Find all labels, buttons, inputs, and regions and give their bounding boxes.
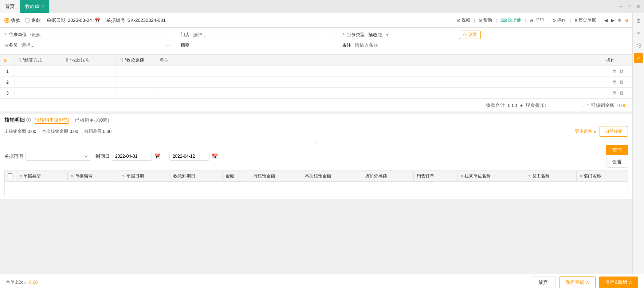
pending-tab[interactable]: 待核销单据(0笔) [35, 117, 69, 124]
business-type-arrow-icon[interactable]: ▾ [386, 32, 389, 38]
due-date-from-input[interactable] [112, 152, 152, 161]
table-icon[interactable]: ⊞ [634, 16, 643, 26]
sort-bill-type[interactable]: ⇅ [19, 174, 22, 178]
tab-home[interactable]: 首页 [0, 0, 20, 13]
sort-settle-icon[interactable]: ⇅ [18, 58, 21, 63]
col-counterparty: ⇅ 往来单位名称 [458, 171, 525, 182]
list-view[interactable]: ≡ [618, 18, 621, 23]
expand-icon[interactable]: ⤢ [634, 53, 643, 63]
discard-button[interactable]: 放弃 [531, 277, 555, 288]
verify-info-icon[interactable]: ⓘ [26, 117, 31, 124]
summary-input[interactable] [192, 41, 334, 49]
calendar-to-icon[interactable]: 📅 [212, 153, 218, 159]
business-type-value: 预收款 [368, 32, 382, 38]
range-field: 单据范围 [4, 152, 91, 161]
row3-remark[interactable] [157, 88, 603, 99]
form-area: * 往来单位 ··· 门店 ··· * 业务类型 预收款 ▾ ⚙ [0, 28, 632, 55]
auto-clear-button[interactable]: 自动核销 [600, 126, 628, 137]
row1-amount[interactable] [117, 66, 157, 77]
tab-receipt[interactable]: 收款单 × [20, 0, 50, 13]
save-draft-button[interactable]: 保存草稿 ∧ [559, 277, 596, 288]
setting-query-button[interactable]: 设置 [606, 157, 628, 168]
verify-diff: 核销差额 0.00 [84, 128, 111, 134]
row2-account[interactable] [62, 77, 117, 88]
select-all-checkbox[interactable] [8, 173, 12, 178]
sort-bill-date[interactable]: ⇅ [122, 174, 125, 178]
row2-settle[interactable] [15, 77, 62, 88]
discount-input[interactable] [549, 102, 578, 108]
sort-bill-no[interactable]: ⇅ [71, 174, 74, 178]
row2-amount[interactable] [117, 77, 157, 88]
next-action[interactable]: ▶ [611, 18, 614, 23]
save-new-button[interactable]: 保存&新增 ∧ [599, 277, 638, 288]
salesperson-input[interactable] [20, 41, 162, 49]
sort-dept[interactable]: ⇅ [580, 174, 582, 178]
done-tab[interactable]: 已核销单据(0笔) [75, 117, 109, 124]
sort-counterparty[interactable]: ⇅ [460, 174, 463, 178]
col-gear-icon[interactable]: ⚙ [3, 58, 7, 63]
minimize-btn[interactable]: ─ [618, 4, 624, 9]
due-date-to-input[interactable] [169, 152, 209, 161]
prev-action[interactable]: ◀ [604, 18, 608, 23]
video-action[interactable]: ⊙ 视频 [457, 17, 470, 23]
close-btn[interactable]: ✕ [635, 4, 641, 9]
col-header-gear[interactable]: ⚙ [0, 55, 15, 66]
range-select[interactable] [25, 152, 91, 161]
remark-input[interactable] [353, 41, 481, 49]
verify-diff-value: 0.00 [103, 129, 111, 134]
bottom-info: 本单上次⊙ 0.00 [6, 279, 38, 285]
bill-date-value: 2023-03-24 [68, 17, 92, 23]
bill-number-field: 单据编号 SK-20230324-001 [106, 17, 166, 24]
bill-number-label: 单据编号 [106, 17, 125, 24]
query-button[interactable]: 查询 [606, 145, 628, 155]
tab-close-icon[interactable]: × [42, 4, 44, 9]
row3-delete-icon[interactable]: 🗑 [612, 90, 617, 96]
row2-delete-icon[interactable]: 🗑 [612, 79, 617, 85]
row1-account[interactable] [62, 66, 117, 77]
row1-delete-icon[interactable]: 🗑 [612, 68, 617, 74]
operate-icon: ⚙ [552, 18, 556, 23]
refund-radio[interactable]: 退款 [25, 17, 41, 24]
shortcut-label: 快捷键 [508, 17, 521, 23]
link-icon[interactable]: ⛓ [634, 41, 643, 50]
shortcut-action[interactable]: ⌨ 快捷键 [500, 17, 521, 23]
counterparty-more-icon[interactable]: ··· [164, 32, 172, 38]
store-input[interactable] [192, 31, 324, 39]
right-sidebar: ⊞ ≡ ⛓ ⤢ [632, 13, 644, 274]
doc-icon[interactable]: ≡ [634, 28, 643, 38]
salesperson-more-icon[interactable]: ··· [164, 42, 172, 48]
store-more-icon[interactable]: ··· [326, 32, 334, 38]
row3-account[interactable] [62, 88, 117, 99]
row3-settle[interactable] [15, 88, 62, 99]
row1-num: 1 [0, 66, 15, 77]
result-label: = 可核销金额 [586, 102, 614, 109]
row3-copy-icon[interactable]: ⧉ [620, 90, 623, 96]
sort-account-icon[interactable]: ⇅ [65, 58, 69, 63]
row2-remark[interactable] [157, 77, 603, 88]
calendar-from-icon[interactable]: 📅 [154, 153, 160, 159]
setting-button[interactable]: ⚙ 设置 [459, 31, 481, 39]
row1-copy-icon[interactable]: ⧉ [620, 68, 623, 74]
row1-settle[interactable] [15, 66, 62, 77]
bottom-actions: 放弃 保存草稿 ∧ 保存&新增 ∧ [531, 277, 638, 288]
sort-amount-icon[interactable]: ⇅ [120, 58, 123, 63]
help-action[interactable]: ⊙ 帮助 [479, 17, 492, 23]
plus-sign: + [520, 103, 523, 108]
sep6: | [600, 17, 601, 23]
operate-action[interactable]: ⚙ 操作 [552, 17, 566, 23]
equals-sign: = [581, 103, 584, 108]
more-conditions-btn[interactable]: 更多条件 ∧ [575, 128, 597, 134]
history-action[interactable]: ≡ 历史单据 [575, 17, 596, 23]
calendar-icon[interactable]: 📅 [94, 17, 101, 23]
toolbar-actions: ⊙ 视频 | ⊙ 帮助 | ⌨ 快捷键 | 🖨 打印 | ⚙ 操作 [457, 17, 628, 23]
row1-remark[interactable] [157, 66, 603, 77]
sort-employee[interactable]: ⇅ [528, 174, 531, 178]
counterparty-input[interactable] [29, 31, 162, 39]
maximize-btn[interactable]: □ [627, 4, 632, 9]
row2-copy-icon[interactable]: ⧉ [620, 79, 623, 85]
receipt-radio[interactable]: 收款 [4, 17, 20, 24]
row3-amount[interactable] [117, 88, 157, 99]
print-action[interactable]: 🖨 打印 [530, 17, 544, 23]
grid-view[interactable]: ⊞ [624, 18, 628, 23]
remark-field: 备注 [342, 41, 481, 49]
